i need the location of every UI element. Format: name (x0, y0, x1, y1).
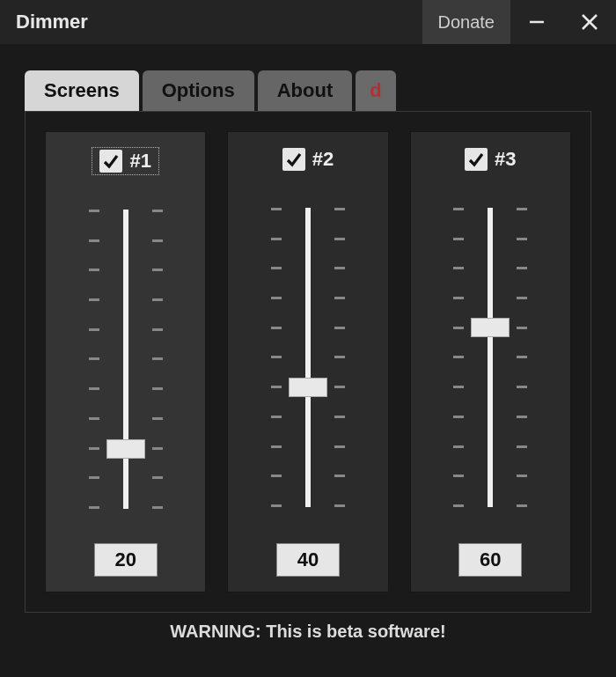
slider-ticks-right (334, 208, 345, 507)
screen-column-3: #3 (410, 131, 571, 592)
slider-tick (453, 356, 464, 358)
screen-3-label: #3 (495, 148, 516, 171)
slider-tick (89, 476, 99, 479)
check-icon (285, 151, 303, 168)
slider-thumb[interactable] (289, 378, 327, 397)
screen-2-slider-wrap (237, 187, 378, 528)
slider-tick (334, 238, 345, 240)
slider-tick (152, 476, 163, 479)
slider-tick (453, 208, 464, 210)
slider-tick (453, 386, 464, 388)
slider-tick (152, 269, 163, 271)
slider-tick (152, 298, 163, 301)
screen-3-value[interactable] (459, 544, 521, 576)
slider-tick (334, 416, 345, 418)
slider-track (123, 210, 128, 509)
slider-tick (334, 356, 345, 358)
slider-tick (271, 475, 282, 477)
slider-tick (334, 208, 345, 210)
slider-tick (152, 210, 163, 212)
slider-tick (453, 238, 464, 240)
slider-tick (517, 504, 527, 507)
content-area: Screens Options About d #1 (0, 44, 616, 651)
tab-about[interactable]: About (258, 70, 353, 111)
slider-ticks-right (152, 210, 163, 509)
slider-tick (271, 504, 282, 507)
donate-button[interactable]: Donate (422, 0, 511, 44)
slider-tick (334, 504, 345, 507)
slider-thumb[interactable] (471, 318, 510, 337)
slider-tick (453, 475, 464, 477)
slider-ticks-left (271, 208, 282, 507)
slider-tick (271, 356, 282, 358)
minimize-button[interactable] (510, 0, 563, 44)
close-icon (579, 11, 600, 33)
slider-tick (89, 210, 99, 212)
screen-1-slider-wrap (55, 190, 196, 528)
slider-ticks-left (453, 208, 464, 507)
slider-tick (89, 298, 99, 301)
screen-2-label: #2 (312, 148, 334, 171)
slider-tick (271, 386, 282, 388)
slider-thumb[interactable] (106, 439, 145, 459)
screen-3-slider[interactable] (446, 208, 534, 507)
tab-d[interactable]: d (356, 70, 395, 111)
screen-1-value[interactable] (95, 544, 157, 576)
screen-1-toggle-row: #1 (92, 148, 158, 174)
slider-tick (334, 445, 345, 448)
slider-tick (517, 267, 527, 269)
slider-tick (271, 238, 282, 240)
tab-options[interactable]: Options (143, 70, 254, 111)
check-icon (102, 152, 120, 170)
slider-tick (517, 416, 527, 418)
minimize-icon (527, 12, 546, 32)
slider-tick (453, 267, 464, 269)
screen-2-value[interactable] (277, 544, 339, 576)
slider-tick (271, 445, 282, 448)
slider-track (305, 208, 311, 507)
screen-column-1: #1 (45, 131, 206, 592)
screen-column-2: #2 (227, 131, 388, 592)
slider-tick (517, 445, 527, 448)
slider-tick (89, 417, 99, 420)
slider-tick (271, 327, 282, 329)
slider-tick (152, 506, 163, 509)
slider-tick (152, 328, 163, 331)
slider-tick (334, 386, 345, 388)
slider-tick (89, 387, 99, 390)
slider-track (488, 208, 493, 507)
app-title: Dimmer (16, 11, 422, 33)
slider-tick (271, 267, 282, 269)
slider-tick (453, 416, 464, 418)
slider-tick (334, 297, 345, 299)
screen-2-slider[interactable] (264, 208, 352, 507)
screen-2-checkbox[interactable] (282, 148, 305, 171)
slider-tick (517, 208, 527, 210)
slider-tick (89, 506, 99, 509)
slider-tick (453, 445, 464, 448)
slider-tick (89, 447, 99, 450)
tab-row: Screens Options About d (25, 70, 591, 111)
slider-tick (271, 208, 282, 210)
slider-tick (517, 297, 527, 299)
check-icon (467, 151, 485, 168)
screen-3-toggle-row: #3 (465, 148, 516, 171)
slider-tick (152, 239, 163, 242)
slider-tick (271, 297, 282, 299)
close-button[interactable] (563, 0, 616, 44)
slider-tick (271, 416, 282, 418)
slider-tick (152, 357, 163, 360)
screens-panel: #1 #2 (25, 111, 591, 613)
slider-tick (89, 328, 99, 331)
slider-tick (453, 327, 464, 329)
screen-1-slider[interactable] (82, 210, 170, 509)
slider-tick (517, 386, 527, 388)
screen-1-checkbox[interactable] (99, 150, 122, 173)
screen-3-slider-wrap (420, 187, 561, 528)
screen-3-checkbox[interactable] (465, 148, 488, 171)
tab-screens[interactable]: Screens (25, 70, 139, 111)
slider-tick (89, 269, 99, 271)
slider-tick (517, 238, 527, 240)
slider-tick (453, 297, 464, 299)
slider-tick (152, 447, 163, 450)
